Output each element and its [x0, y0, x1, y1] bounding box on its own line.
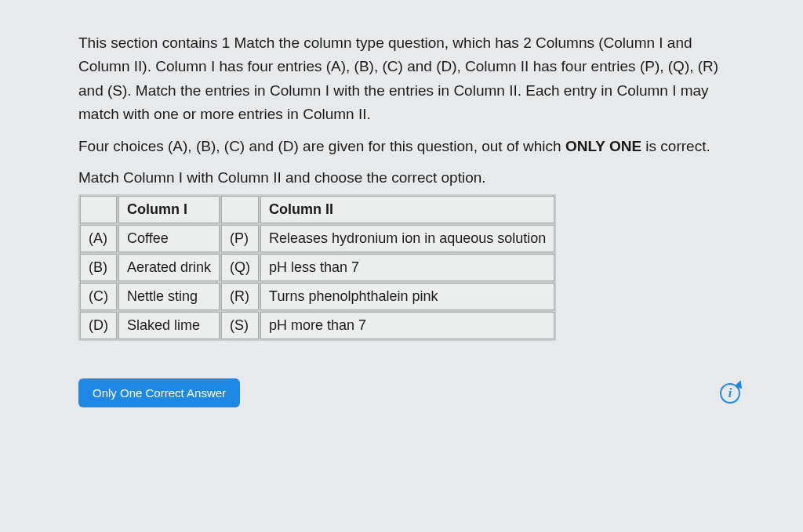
row-item2: Releases hydronium ion in aqueous soluti… [260, 225, 554, 252]
row-label1: (C) [80, 283, 117, 310]
row-label2: (P) [221, 225, 259, 252]
row-label2: (R) [221, 283, 259, 310]
row-item2: pH more than 7 [260, 312, 554, 339]
footer-row: Only One Correct Answer i [78, 378, 740, 407]
match-prompt: Match Column I with Column II and choose… [78, 166, 740, 190]
instruction-text-2b: is correct. [641, 138, 710, 154]
row-item1: Slaked lime [118, 312, 220, 339]
instruction-text-2a: Four choices (A), (B), (C) and (D) are g… [78, 138, 565, 154]
only-one-correct-button[interactable]: Only One Correct Answer [78, 378, 240, 407]
table-row: (D) Slaked lime (S) pH more than 7 [80, 312, 554, 339]
row-label2: (S) [221, 312, 259, 339]
row-label1: (D) [80, 312, 117, 339]
info-icon[interactable]: i [720, 383, 740, 404]
table-header-row: Column I Column II [80, 196, 554, 223]
info-glyph: i [729, 386, 732, 400]
col2-title-header: Column II [260, 196, 554, 223]
instruction-bold: ONLY ONE [565, 138, 641, 154]
row-item2: pH less than 7 [260, 254, 554, 281]
table-row: (B) Aerated drink (Q) pH less than 7 [80, 254, 554, 281]
col2-label-header [221, 196, 259, 223]
row-item1: Nettle sting [118, 283, 220, 310]
question-instructions: This section contains 1 Match the column… [78, 31, 740, 127]
table-row: (A) Coffee (P) Releases hydronium ion in… [80, 225, 554, 252]
match-table: Column I Column II (A) Coffee (P) Releas… [78, 194, 556, 341]
row-label1: (B) [80, 254, 117, 281]
row-label2: (Q) [221, 254, 259, 281]
col1-label-header [80, 196, 117, 223]
row-item1: Coffee [118, 225, 220, 252]
row-item1: Aerated drink [118, 254, 220, 281]
row-label1: (A) [80, 225, 117, 252]
instruction-text-1: This section contains 1 Match the column… [78, 34, 718, 122]
table-row: (C) Nettle sting (R) Turns phenolphthale… [80, 283, 554, 310]
row-item2: Turns phenolphthalein pink [260, 283, 554, 310]
question-instructions-2: Four choices (A), (B), (C) and (D) are g… [78, 135, 740, 158]
col1-title-header: Column I [118, 196, 220, 223]
